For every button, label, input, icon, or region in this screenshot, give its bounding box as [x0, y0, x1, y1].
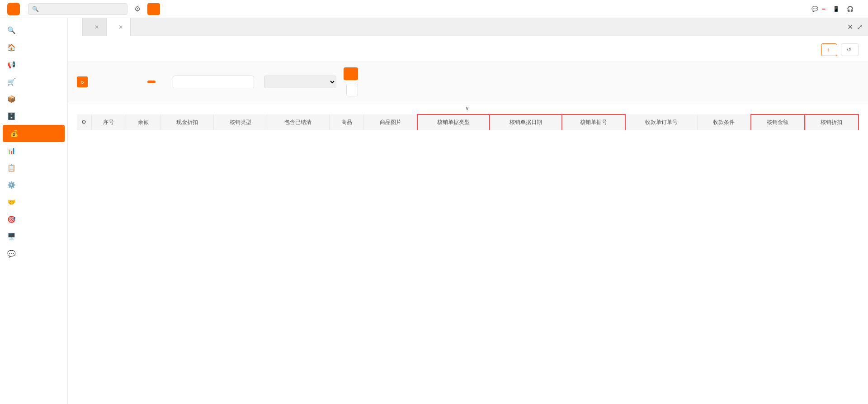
query-button[interactable] — [344, 67, 358, 80]
filter-unit — [170, 76, 254, 88]
sidebar-item-system[interactable]: ⚙️ — [0, 176, 67, 194]
date-btn-last-month[interactable] — [98, 81, 106, 83]
refresh-button[interactable]: ↺ — [841, 43, 859, 56]
tab-receipt-verify[interactable]: ✕ — [107, 18, 131, 36]
settings-gear-icon[interactable]: ⚙ — [133, 5, 142, 14]
collapse-icon: » — [80, 78, 84, 86]
date-btn-custom[interactable] — [147, 81, 156, 83]
basic-icon: 📋 — [7, 164, 15, 172]
message-icon: 💬 — [811, 6, 818, 12]
operation-icon: 📊 — [7, 147, 15, 155]
main-layout: 🔍 🏠 📢 🛒 📦 🗄️ 💰 📊 — [0, 18, 868, 404]
date-btn-this-month[interactable] — [108, 81, 116, 83]
filter-row: » — [77, 67, 859, 96]
th-cash-discount: 现金折扣 — [160, 114, 214, 130]
tab-receipt-verify-close[interactable]: ✕ — [118, 24, 123, 30]
th-verify-bill-type: 核销单据类型 — [417, 114, 490, 130]
filter-date — [95, 81, 156, 83]
setting-button[interactable] — [346, 84, 358, 96]
unit-input[interactable] — [173, 76, 254, 88]
finance-icon: 💰 — [10, 129, 18, 138]
table-container[interactable]: ⚙ 序号 余额 现金折扣 核销类型 包含已结清 商品 商品图片 核销单据类型 核… — [68, 114, 868, 404]
tab-expand-icon[interactable]: ⤢ — [857, 23, 863, 31]
sidebar-item-wechat[interactable]: 💬 — [0, 245, 67, 262]
purchase-icon: 📦 — [7, 95, 15, 103]
sidebar-item-guide[interactable]: 🎯 — [0, 211, 67, 228]
page-header: ↑ ↺ — [68, 36, 868, 62]
th-product-img: 商品图片 — [364, 114, 417, 130]
sidebar-item-operation[interactable]: 📊 — [0, 142, 67, 159]
home-icon: 🏠 — [7, 43, 15, 52]
sidebar-item-search[interactable]: 🔍 — [0, 22, 67, 39]
th-contains-cleared: 包含已结清 — [267, 114, 329, 130]
app-download-link[interactable]: 📱 — [833, 6, 840, 12]
sales-icon: 🛒 — [7, 78, 15, 86]
filter-collapse-btn[interactable]: » — [77, 76, 88, 87]
type-select[interactable] — [264, 76, 336, 88]
sidebar-item-inventory[interactable]: 🗄️ — [0, 108, 67, 125]
tab-bar: ✕ ✕ ✕ ⤢ — [68, 18, 868, 36]
top-bar-right: 💬 📱 🎧 — [811, 6, 861, 12]
filter-bar: » — [68, 62, 868, 102]
expand-more-btn[interactable]: ∨ — [465, 105, 471, 111]
search-menu-icon: 🔍 — [7, 26, 15, 34]
th-verify-discount: 核销折扣 — [805, 114, 859, 130]
sidebar-item-member[interactable] — [0, 262, 67, 280]
industry-solution-button[interactable] — [147, 3, 160, 15]
top-search-box[interactable]: 🔍 — [28, 3, 127, 15]
online-service-link[interactable]: 🎧 — [847, 6, 854, 12]
top-bar: 🔍 ⚙ 💬 📱 🎧 — [0, 0, 868, 18]
tab-home[interactable] — [68, 18, 83, 36]
sidebar-item-sales[interactable]: 🛒 — [0, 73, 67, 90]
date-btn-more[interactable] — [137, 81, 146, 83]
tab-advance-payment-close[interactable]: ✕ — [94, 24, 99, 30]
message-badge[interactable]: 💬 — [811, 6, 826, 12]
headset-icon: 🎧 — [847, 6, 854, 12]
inventory-icon: 🗄️ — [7, 112, 15, 120]
th-product: 商品 — [329, 114, 364, 130]
hardware-icon: 🖥️ — [7, 233, 15, 241]
date-btn-this-year[interactable] — [118, 81, 126, 83]
tab-bar-actions: ✕ ⤢ — [847, 23, 868, 31]
collab-icon: 🤝 — [7, 198, 15, 206]
sidebar-item-marketing[interactable]: 📢 — [0, 56, 67, 73]
sidebar-item-basic[interactable]: 📋 — [0, 159, 67, 176]
sidebar-item-finance[interactable]: 💰 — [3, 125, 65, 142]
filter-type — [261, 76, 336, 88]
expand-icon: ∨ — [465, 105, 469, 111]
message-count — [822, 9, 826, 10]
main-content: ✕ ✕ ✕ ⤢ ↑ ↺ — [68, 18, 868, 404]
member-icon — [7, 267, 15, 275]
th-receipt-condition: 收款条件 — [697, 114, 750, 130]
marketing-icon: 📢 — [7, 61, 15, 69]
guide-icon: 🎯 — [7, 215, 15, 223]
search-icon: 🔍 — [32, 6, 39, 12]
filter-actions — [344, 67, 358, 96]
page-content: ↑ ↺ » — [68, 36, 868, 404]
tab-close-all-icon[interactable]: ✕ — [847, 23, 853, 31]
search-input[interactable] — [41, 6, 123, 12]
th-balance: 余额 — [126, 114, 161, 130]
th-verify-bill-date: 核销单据日期 — [490, 114, 562, 130]
app-logo — [7, 3, 23, 15]
table-header-row: ⚙ 序号 余额 现金折扣 核销类型 包含已结清 商品 商品图片 核销单据类型 核… — [77, 114, 859, 130]
tab-advance-payment[interactable]: ✕ — [83, 18, 107, 36]
th-verify-amount: 核销金额 — [751, 114, 805, 130]
date-btn-7days[interactable] — [127, 81, 136, 83]
sidebar-item-collab[interactable]: 🤝 — [0, 194, 67, 211]
page-header-actions: ↑ ↺ — [821, 43, 859, 56]
data-table: ⚙ 序号 余额 现金折扣 核销类型 包含已结清 商品 商品图片 核销单据类型 核… — [77, 114, 859, 130]
wechat-icon: 💬 — [7, 250, 15, 258]
expand-more-row: ∨ — [68, 105, 868, 111]
app-download-icon: 📱 — [833, 6, 840, 12]
th-settings: ⚙ — [77, 114, 91, 130]
export-icon: ↑ — [827, 47, 830, 53]
export-button[interactable]: ↑ — [821, 43, 837, 56]
sidebar-item-hardware[interactable]: 🖥️ — [0, 228, 67, 245]
th-no: 序号 — [91, 114, 126, 130]
system-icon: ⚙️ — [7, 181, 15, 189]
sidebar-item-quick-nav[interactable]: 🏠 — [0, 39, 67, 56]
th-receipt-order-no: 收款单订单号 — [625, 114, 697, 130]
sidebar: 🔍 🏠 📢 🛒 📦 🗄️ 💰 📊 — [0, 18, 68, 404]
sidebar-item-purchase[interactable]: 📦 — [0, 90, 67, 108]
